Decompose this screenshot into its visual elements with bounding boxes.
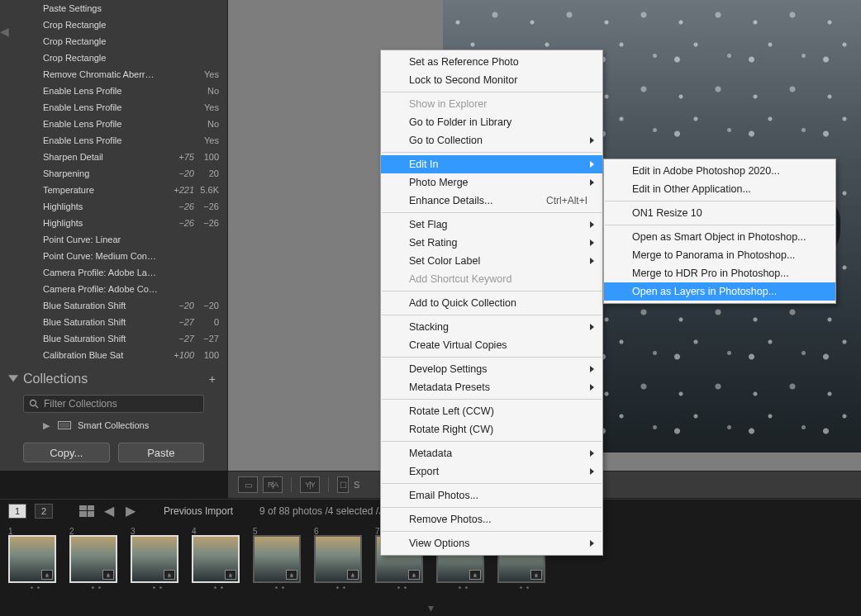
edit-in-submenu-item[interactable]: Edit in Other Application...	[604, 180, 835, 198]
edit-in-submenu-item[interactable]: Merge to HDR Pro in Photoshop...	[604, 264, 835, 282]
context-menu-item[interactable]: Export	[381, 462, 602, 481]
thumbnail[interactable]: 6±* *	[314, 528, 369, 599]
history-step[interactable]: Sharpening−2020	[8, 165, 219, 182]
nav-forward-button[interactable]: ▶	[124, 503, 137, 519]
submenu-arrow-icon	[590, 540, 594, 547]
context-menu-item[interactable]: Rotate Right (CW)	[381, 420, 602, 438]
add-collection-button[interactable]: +	[206, 372, 219, 386]
reference-view-button[interactable]: R|A	[263, 476, 283, 493]
history-step[interactable]: Enable Lens ProfileYes	[8, 132, 219, 149]
context-menu-item[interactable]: Develop Settings	[381, 360, 602, 378]
primary-display-button[interactable]: 1	[8, 504, 26, 519]
context-menu-item[interactable]: Set Color Label	[381, 252, 602, 270]
history-step[interactable]: Crop Rectangle	[8, 50, 219, 66]
edit-in-submenu[interactable]: Edit in Adobe Photoshop 2020...Edit in O…	[603, 159, 836, 304]
history-step[interactable]: Enable Lens ProfileNo	[8, 116, 219, 132]
before-after-button[interactable]: Y|Y	[300, 476, 320, 493]
history-list: Paste SettingsCrop RectangleCrop Rectang…	[0, 0, 227, 367]
menu-item-label: Open as Smart Object in Photoshop...	[632, 231, 821, 243]
star-rating[interactable]: * *	[69, 585, 124, 593]
context-menu-item[interactable]: Set Flag	[381, 216, 602, 234]
nav-back-button[interactable]: ◀	[102, 503, 116, 519]
grid-view-button[interactable]	[79, 505, 94, 517]
context-menu-item[interactable]: Edit In	[381, 155, 602, 173]
menu-separator	[382, 357, 602, 358]
context-menu-item[interactable]: Set Rating	[381, 234, 602, 252]
smart-collections-row[interactable]: ▶ Smart Collections	[0, 416, 227, 434]
context-menu-item[interactable]: Add to Quick Collection	[381, 294, 602, 312]
star-rating[interactable]: * *	[253, 585, 307, 593]
thumbnail-image: ±	[314, 535, 362, 583]
star-rating[interactable]: * *	[8, 585, 63, 593]
history-step[interactable]: Camera Profile: Adobe Landscape	[8, 264, 219, 281]
secondary-display-button[interactable]: 2	[35, 504, 53, 519]
context-menu-item[interactable]: Photo Merge	[381, 173, 602, 192]
history-step[interactable]: Sharpen Detail+75100	[8, 149, 219, 165]
left-collapse-handle[interactable]: ◀	[0, 25, 8, 38]
context-menu-item[interactable]: Metadata	[381, 444, 602, 462]
filter-collections-input[interactable]: Filter Collections	[23, 395, 204, 413]
history-step-value: No	[194, 119, 219, 129]
history-step-value: −26	[194, 201, 219, 211]
history-step[interactable]: Remove Chromatic AberrationYes	[8, 66, 219, 83]
filmstrip-resize-handle[interactable]: ▾	[0, 599, 861, 616]
thumbnail[interactable]: 4±* *	[192, 528, 246, 599]
star-rating[interactable]: * *	[192, 585, 246, 593]
context-menu-item[interactable]: Email Photos...	[381, 486, 602, 505]
context-menu-item[interactable]: Go to Collection	[381, 131, 602, 149]
history-step[interactable]: Crop Rectangle	[8, 17, 219, 33]
thumbnail[interactable]: 1±* *	[8, 528, 63, 599]
thumbnail[interactable]: 3±* *	[131, 528, 185, 599]
soft-proof-toggle[interactable]: ☐	[337, 476, 349, 493]
history-step[interactable]: Blue Saturation Shift−270	[8, 314, 219, 330]
context-menu-item[interactable]: Rotate Left (CCW)	[381, 402, 602, 420]
submenu-arrow-icon	[590, 450, 594, 457]
menu-separator	[382, 483, 602, 484]
history-step[interactable]: Calibration Blue Sat+100100	[8, 347, 219, 363]
context-menu[interactable]: Set as Reference PhotoLock to Second Mon…	[380, 50, 603, 556]
history-step[interactable]: Enable Lens ProfileYes	[8, 99, 219, 116]
star-rating[interactable]: * *	[314, 585, 369, 593]
star-rating[interactable]: * *	[497, 585, 552, 593]
star-rating[interactable]: * *	[436, 585, 491, 593]
thumbnail[interactable]: 5±* *	[253, 528, 307, 599]
context-menu-item[interactable]: Create Virtual Copies	[381, 336, 602, 354]
context-menu-item[interactable]: Go to Folder in Library	[381, 113, 602, 131]
context-menu-item: Add Shortcut Keyword	[381, 270, 602, 288]
paste-button[interactable]: Paste	[118, 443, 205, 462]
context-menu-item[interactable]: View Options	[381, 534, 602, 552]
history-step[interactable]: Camera Profile: Adobe Color	[8, 281, 219, 297]
history-step[interactable]: Highlights−26−26	[8, 198, 219, 215]
copy-button[interactable]: Copy...	[23, 443, 110, 462]
edit-in-submenu-item[interactable]: Open as Smart Object in Photoshop...	[604, 228, 835, 246]
svg-marker-0	[8, 375, 18, 381]
history-step-label: Highlights	[8, 201, 161, 211]
context-menu-item[interactable]: Enhance Details...Ctrl+Alt+I	[381, 192, 602, 210]
chevron-right-icon: ▶	[43, 420, 50, 431]
source-label[interactable]: Previous Import	[164, 505, 233, 517]
collections-header[interactable]: Collections +	[0, 367, 227, 391]
thumbnail[interactable]: 2±* *	[69, 528, 124, 599]
star-rating[interactable]: * *	[375, 585, 430, 593]
context-menu-item[interactable]: Metadata Presets	[381, 378, 602, 396]
edit-in-submenu-item[interactable]: Merge to Panorama in Photoshop...	[604, 246, 835, 264]
history-step[interactable]: Point Curve: Medium Contrast	[8, 248, 219, 264]
edit-in-submenu-item[interactable]: Open as Layers in Photoshop...	[604, 282, 835, 301]
menu-item-label: Add to Quick Collection	[409, 297, 587, 309]
star-rating[interactable]: * *	[131, 585, 185, 593]
history-step[interactable]: Enable Lens ProfileNo	[8, 83, 219, 99]
history-step[interactable]: Point Curve: Linear	[8, 231, 219, 248]
edit-in-submenu-item[interactable]: ON1 Resize 10	[604, 204, 835, 222]
history-step[interactable]: Blue Saturation Shift−20−20	[8, 297, 219, 314]
edit-in-submenu-item[interactable]: Edit in Adobe Photoshop 2020...	[604, 162, 835, 180]
history-step[interactable]: Temperature+2215.6K	[8, 182, 219, 198]
context-menu-item[interactable]: Stacking	[381, 318, 602, 336]
loupe-view-button[interactable]: ▭	[238, 476, 258, 493]
history-step[interactable]: Paste Settings	[8, 0, 219, 17]
history-step[interactable]: Highlights−26−26	[8, 215, 219, 231]
history-step[interactable]: Blue Saturation Shift−27−27	[8, 330, 219, 347]
context-menu-item[interactable]: Remove Photos...	[381, 510, 602, 528]
history-step[interactable]: Crop Rectangle	[8, 33, 219, 50]
context-menu-item[interactable]: Set as Reference Photo	[381, 53, 602, 71]
context-menu-item[interactable]: Lock to Second Monitor	[381, 71, 602, 89]
